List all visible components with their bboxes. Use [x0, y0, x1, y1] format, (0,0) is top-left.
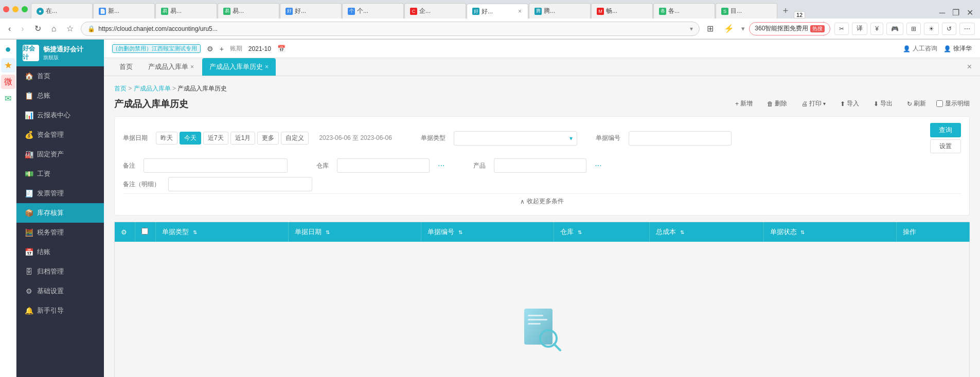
breadcrumb-list[interactable]: 产成品入库单 — [134, 85, 171, 92]
sidebar-item-inventory[interactable]: 📦 库存核算 — [16, 203, 104, 223]
back-btn[interactable]: ‹ — [5, 23, 14, 34]
th-voucher-date[interactable]: 单据日期 ⇅ — [289, 222, 421, 242]
add-company-btn[interactable]: + — [220, 45, 224, 53]
left-icon-1[interactable]: ● — [1, 42, 15, 56]
show-detail-toggle[interactable]: 显示明细 — [936, 99, 970, 108]
sidebar-item-tax[interactable]: 🧮 税务管理 — [16, 223, 104, 242]
history-btn[interactable]: ↺ — [942, 23, 956, 35]
show-detail-checkbox[interactable] — [936, 100, 943, 107]
warehouse-input[interactable] — [337, 158, 430, 173]
sidebar-item-invoice[interactable]: 🧾 发票管理 — [16, 184, 104, 203]
tab-7[interactable]: C 企... — [404, 3, 466, 19]
product-input[interactable] — [494, 158, 586, 173]
home-nav-btn[interactable]: ⌂ — [48, 23, 60, 34]
filter-settings-btn[interactable]: 设置 — [930, 139, 961, 153]
tab-2[interactable]: 📄 新... — [93, 3, 155, 19]
sidebar-item-cloud-report[interactable]: 📊 云报表中心 — [16, 105, 104, 125]
tab-4[interactable]: 易 易... — [218, 3, 279, 19]
th-voucher-status[interactable]: 单据状态 ⇅ — [763, 222, 896, 242]
theme-btn[interactable]: ☀ — [924, 23, 939, 35]
th-warehouse[interactable]: 仓库 ⇅ — [554, 222, 650, 242]
th-voucher-type[interactable]: 单据类型 ⇅ — [156, 222, 289, 242]
breadcrumb-home[interactable]: 首页 — [114, 85, 127, 92]
tab-12[interactable]: S 目... — [716, 3, 777, 19]
page-tab-history[interactable]: 产成品入库单历史 × — [202, 58, 276, 76]
extensions-btn[interactable]: ⊞ — [704, 23, 717, 34]
dropdown-btn[interactable]: ▾ — [741, 25, 745, 32]
tab-5[interactable]: 好 好... — [280, 3, 342, 19]
voucher-type-select[interactable]: ▾ — [454, 131, 577, 146]
sidebar-item-archive[interactable]: 🗄 归档管理 — [16, 262, 104, 281]
import-btn[interactable]: ⬆ 导入 — [836, 97, 863, 110]
tab-3[interactable]: 易 易... — [155, 3, 217, 19]
tab-8-close[interactable]: × — [517, 8, 523, 15]
date-btn-yesterday[interactable]: 昨天 — [156, 132, 177, 145]
left-icon-star[interactable]: ★ — [1, 58, 15, 73]
sidebar-item-fund[interactable]: 💰 资金管理 — [16, 125, 104, 145]
date-btn-today[interactable]: 今天 — [180, 132, 201, 145]
sidebar-item-basic-settings[interactable]: ⚙ 基础设置 — [16, 281, 104, 301]
tab-1[interactable]: ● 在... — [31, 3, 93, 19]
tab-6[interactable]: 个 个... — [342, 3, 404, 19]
sidebar-item-home[interactable]: 🏠 首页 — [16, 66, 104, 86]
date-btn-7days[interactable]: 近7天 — [203, 132, 228, 145]
sidebar-item-fixed-assets[interactable]: 🏭 固定资产 — [16, 145, 104, 164]
left-icon-weibo[interactable]: 微 — [1, 75, 15, 89]
page-tab-history-close[interactable]: × — [265, 63, 269, 70]
window-max-btn[interactable] — [22, 6, 28, 12]
refresh-btn[interactable]: ↻ 刷新 — [903, 97, 930, 110]
product-dots[interactable]: ··· — [595, 161, 601, 170]
window-min-btn[interactable] — [12, 6, 19, 12]
export-btn[interactable]: ⬇ 导出 — [869, 97, 897, 110]
currency-btn[interactable]: ¥ — [870, 23, 883, 35]
window-close-btn[interactable] — [3, 6, 9, 12]
tab-9[interactable]: 腾 腾... — [529, 3, 591, 19]
minimize-btn[interactable]: ─ — [937, 7, 948, 19]
search-bar[interactable]: 360智能抠图免费用 热搜 — [749, 22, 830, 35]
calendar-icon[interactable]: 📅 — [277, 45, 286, 52]
th-total-cost[interactable]: 总成本 ⇅ — [649, 222, 763, 242]
print-btn[interactable]: 🖨 打印 ▾ — [797, 97, 830, 110]
game-btn[interactable]: 🎮 — [886, 23, 903, 35]
remark-input[interactable] — [144, 158, 288, 173]
lightning-btn[interactable]: ⚡ — [721, 23, 737, 34]
page-tab-list-close[interactable]: × — [190, 63, 194, 70]
th-checkbox[interactable] — [135, 222, 156, 242]
delete-btn[interactable]: 🗑 删除 — [763, 97, 791, 110]
date-btn-more[interactable]: 更多 — [257, 132, 279, 145]
date-btn-1month[interactable]: 近1月 — [230, 132, 256, 145]
refresh-nav-btn[interactable]: ↻ — [31, 23, 44, 34]
tab-8[interactable]: 好 好... × — [467, 4, 528, 19]
collapse-btn[interactable]: ∧ 收起更多条件 — [123, 193, 961, 209]
left-icon-email[interactable]: ✉ — [1, 91, 15, 105]
th-settings[interactable]: ⚙ — [115, 222, 135, 242]
grid-btn[interactable]: ⊞ — [906, 23, 921, 35]
sidebar-item-payroll[interactable]: 💵 工资 — [16, 164, 104, 184]
translate-btn[interactable]: 译 — [852, 23, 867, 35]
company-settings-btn[interactable]: ⚙ — [207, 45, 213, 53]
new-btn[interactable]: + 新增 — [731, 97, 757, 110]
user-avatar[interactable]: 👤 徐泽华 — [943, 44, 972, 53]
address-bar[interactable]: 🔒 https://cloud.chanjet.com/accounting/u… — [81, 22, 700, 36]
detail-remark-input[interactable] — [168, 177, 312, 191]
new-tab-btn[interactable]: + — [778, 3, 793, 19]
close-btn[interactable]: ✕ — [964, 7, 976, 19]
page-tab-home[interactable]: 首页 — [112, 58, 140, 76]
user-service[interactable]: 👤 人工咨询 — [903, 44, 937, 53]
sidebar-item-ledger[interactable]: 📋 总账 — [16, 86, 104, 105]
page-tab-list[interactable]: 产成品入库单 × — [141, 58, 201, 76]
select-all-checkbox[interactable] — [141, 228, 148, 235]
address-dropdown[interactable]: ▾ — [690, 25, 693, 32]
voucher-no-input[interactable] — [629, 131, 732, 146]
query-btn[interactable]: 查询 — [930, 123, 961, 137]
panel-close-btn[interactable]: × — [967, 62, 972, 71]
warehouse-dots[interactable]: ··· — [438, 161, 444, 170]
date-btn-custom[interactable]: 自定义 — [281, 132, 309, 145]
tab-10[interactable]: M 畅... — [591, 3, 653, 19]
forward-btn[interactable]: › — [18, 23, 27, 34]
sidebar-item-settlement[interactable]: 📅 结账 — [16, 242, 104, 262]
settings-nav-btn[interactable]: ⋯ — [959, 23, 975, 35]
th-voucher-no[interactable]: 单据编号 ⇅ — [421, 222, 554, 242]
sidebar-item-new-guide[interactable]: 🔔 新手引导 — [16, 301, 104, 320]
bookmark-btn[interactable]: ☆ — [63, 23, 77, 34]
